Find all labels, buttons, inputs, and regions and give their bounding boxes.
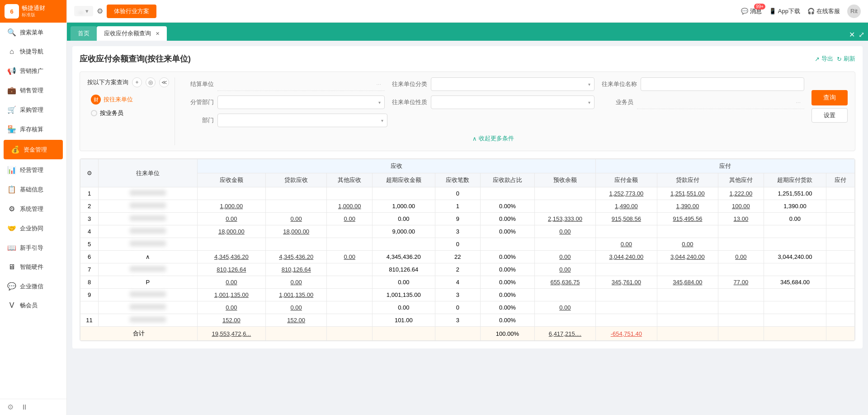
cell-name [99, 213, 198, 225]
col-settings[interactable]: ⚙ [80, 159, 99, 187]
cell-yingfu-jine: 915,508.56 [596, 213, 657, 225]
cell-yushou-yue [534, 289, 595, 301]
dept-manager-select[interactable]: ▾ [217, 95, 385, 109]
cell-yingfu-jine [596, 314, 657, 327]
partner-nature-group: 往来单位性质 ▾ [392, 95, 594, 109]
cell-qita-yingshou: 0.00 [327, 213, 373, 225]
cell-yingshou-jine: 152.00 [197, 314, 265, 327]
sidebar-item-畅会员[interactable]: V 畅会员 [0, 296, 66, 315]
message-button[interactable]: 💬 消息 99+ [741, 7, 762, 15]
sidebar-item-企业协同[interactable]: 🤝 企业协同 [0, 219, 66, 238]
cell-qita-yingfu: 13.00 [718, 213, 764, 225]
sidebar-item-快捷导航[interactable]: ⌂ 快捷导航 [0, 42, 66, 61]
cell-daikuan-yingfu [657, 314, 718, 327]
cell-yingfu-extra [826, 251, 855, 263]
filter-label: 按以下方案查询 [87, 78, 128, 86]
sidebar-item-销售管理[interactable]: 💼 销售管理 [0, 81, 66, 100]
cell-chaoqi-yingshou: 9,000.00 [373, 225, 435, 238]
partner-name-input[interactable] [641, 77, 804, 91]
tab-首页[interactable]: 首页 [71, 26, 97, 41]
mode-label: 按往来单位 [104, 95, 133, 104]
cell-daikuan-yingshou: 18,000.00 [265, 225, 326, 238]
settings-button[interactable]: 设置 [811, 108, 848, 123]
sidebar-item-资金管理[interactable]: 💰 资金管理 [4, 140, 63, 159]
chevron-down-icon: ▾ [85, 8, 89, 14]
filter-section: 按以下方案查询 + ◎ ≪ 财 按往来单位 按业务员 结算单 [80, 72, 855, 151]
app-download-button[interactable]: 📱 App下载 [769, 7, 800, 15]
cell-index: 3 [80, 213, 99, 225]
promo-button[interactable]: 体验行业方案 [107, 5, 156, 18]
total-yushou-yue[interactable]: 6,417,215.... [534, 327, 595, 341]
sidebar-item-采购管理[interactable]: 🛒 采购管理 [0, 100, 66, 119]
cell-yushou-yue [534, 314, 595, 327]
col-yingshou-bishu: 应收笔数 [435, 173, 481, 187]
cell-daikuan-yingfu: 0.00 [657, 238, 718, 251]
tab-应收应付余额查询[interactable]: 应收应付余额查询✕ [97, 26, 167, 41]
refresh-button[interactable]: ↻ 刷新 [837, 55, 855, 63]
sidebar-icon: 📖 [7, 243, 16, 252]
sidebar-label: 企业微信 [20, 282, 43, 291]
fullscreen-icon[interactable]: ⤢ [859, 30, 864, 39]
sidebar-icon: 💰 [11, 145, 20, 154]
partner-category-select[interactable]: ▾ [431, 77, 594, 91]
department-select[interactable]: ▾ [217, 114, 387, 127]
cell-yingshou-jine: 1,000.00 [197, 200, 265, 213]
cell-chaoqi-yingfu [764, 314, 826, 327]
cell-yingshou-bishu: 22 [435, 251, 481, 263]
cell-yushou-yue [534, 200, 595, 213]
cell-index: 6 [80, 251, 99, 263]
sidebar-label: 企业协同 [20, 224, 43, 233]
sidebar-label: 智能硬件 [20, 263, 43, 271]
collapse-label: 收起更多条件 [479, 134, 514, 143]
mode-item-按业务员[interactable]: 按业务员 [87, 107, 169, 119]
table-row: 11 152.00 152.00 101.00 3 0.00% [80, 314, 855, 327]
collapse-filter-button[interactable]: ≪ [159, 77, 169, 87]
app-download-label: App下载 [778, 7, 800, 15]
config-filter-button[interactable]: ◎ [146, 77, 156, 87]
sidebar-item-新手引导[interactable]: 📖 新手引导 [0, 238, 66, 258]
cell-index: 2 [80, 200, 99, 213]
tab-close-icon[interactable]: ✕ [156, 31, 160, 37]
mode-item-按往来单位[interactable]: 财 按往来单位 [87, 93, 169, 106]
settings-icon[interactable]: ⚙ [7, 403, 14, 411]
tabs-container: 首页应收应付余额查询✕ [71, 26, 167, 41]
sidebar-item-经营管理[interactable]: 📊 经营管理 [0, 160, 66, 180]
salesperson-input[interactable]: ··· [637, 95, 804, 109]
cell-chaoqi-yingfu [764, 238, 826, 251]
table-row: 8 P 0.00 0.00 0.00 4 0.00% 655,636.75 34… [80, 276, 855, 289]
user-avatar[interactable]: Rit [847, 5, 861, 18]
sidebar-item-营销推广[interactable]: 📢 营销推广 [0, 61, 66, 81]
tab-label: 应收应付余额查询 [104, 29, 151, 38]
sidebar-label: 快捷导航 [20, 48, 43, 56]
total-yingfu-jine[interactable]: -654,751.40 [596, 327, 657, 341]
sidebar-item-企业微信[interactable]: 💬 企业微信 [0, 277, 66, 296]
export-button[interactable]: ↗ 导出 [815, 55, 833, 63]
sidebar-item-智能硬件[interactable]: 🖥 智能硬件 [0, 258, 66, 277]
total-yingshou-jine[interactable]: 19,553,472,6... [197, 327, 265, 341]
cell-index: 7 [80, 263, 99, 276]
cell-qita-yingshou [327, 225, 373, 238]
close-all-icon[interactable]: ✕ [849, 30, 855, 39]
cell-yingfu-jine: 345,761.00 [596, 276, 657, 289]
cell-yushou-yue [534, 238, 595, 251]
collapse-button[interactable]: ∧ 收起更多条件 [182, 132, 804, 145]
sidebar-item-基础信息[interactable]: 📋 基础信息 [0, 180, 66, 199]
col-partner: 往来单位 [99, 159, 198, 187]
header-gear-icon[interactable]: ⚙ [97, 7, 103, 15]
settlement-unit-input[interactable]: ··· [217, 77, 385, 91]
cell-daikuan-yingshou: 152.00 [265, 314, 326, 327]
sidebar-label: 新手引导 [20, 244, 43, 252]
sidebar-item-系统管理[interactable]: ⚙ 系统管理 [0, 199, 66, 219]
sidebar-item-库存核算[interactable]: 🏪 库存核算 [0, 119, 66, 139]
query-button[interactable]: 查询 [811, 90, 848, 105]
cell-yingshou-bishu: 1 [435, 200, 481, 213]
online-service-button[interactable]: 🎧 在线客服 [807, 7, 840, 15]
cell-yingshou-bishu: 3 [435, 225, 481, 238]
sidebar-item-搜索菜单[interactable]: 🔍 搜索菜单 [0, 23, 66, 42]
add-filter-button[interactable]: + [132, 77, 142, 87]
sidebar-icon: 💼 [7, 86, 16, 95]
partner-nature-select[interactable]: ▾ [431, 95, 594, 109]
cell-chaoqi-yingshou: 4,345,436.20 [373, 251, 435, 263]
col-yushou-yue: 预收余额 [534, 173, 595, 187]
collapse-icon[interactable]: ⏸ [21, 403, 28, 411]
